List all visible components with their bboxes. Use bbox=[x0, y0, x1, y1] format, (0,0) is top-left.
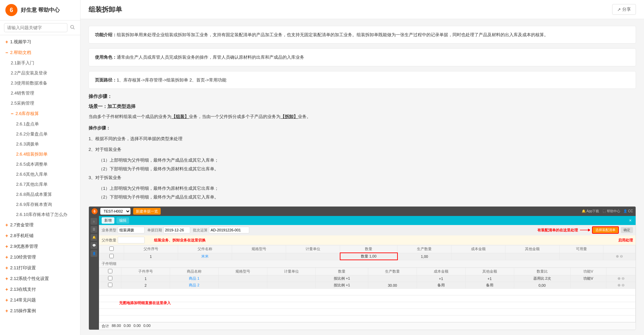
sidebar-item-faq[interactable]: + 2.14常见问题 bbox=[0, 295, 80, 305]
sidebar-item-data-prep[interactable]: 2.3使用前数据准备 bbox=[0, 78, 80, 88]
mock-qty-label: 父件数量 bbox=[102, 238, 116, 243]
mock-th2-checkbox[interactable] bbox=[108, 269, 112, 273]
mock-td-check bbox=[99, 253, 124, 260]
sidebar-item-cost-adj[interactable]: 2.6.5成本调整单 bbox=[0, 159, 80, 169]
mock-type-input[interactable] bbox=[118, 227, 145, 233]
sidebar-item-coupon[interactable]: + 2.9优惠券管理 bbox=[0, 241, 80, 252]
mock-select-bom-btn[interactable]: 选择装配清单 bbox=[592, 226, 619, 234]
mock-th2-prod: 生产数量 bbox=[368, 268, 417, 275]
mock-batch-input[interactable] bbox=[209, 227, 249, 233]
mock-th2-func: 功能V bbox=[570, 268, 606, 275]
search-button[interactable] bbox=[69, 23, 76, 32]
sidebar-item-print[interactable]: + 2.11打印设置 bbox=[0, 263, 80, 273]
mock-td2-check bbox=[99, 275, 121, 282]
expand-icon: + bbox=[5, 265, 8, 271]
sidebar-item-assembly[interactable]: 2.6.4组装拆卸单 bbox=[0, 149, 80, 159]
sidebar-item-cases[interactable]: + 2.15操作案例 bbox=[0, 305, 80, 316]
sidebar-item-settings[interactable]: + 2.12系统个性化设置 bbox=[0, 273, 80, 284]
mock-type-label: 业务类型 bbox=[102, 228, 116, 233]
mock-tab-new[interactable]: 新增 bbox=[102, 217, 114, 224]
sidebar-item-beginner[interactable]: 2.1新手入门 bbox=[0, 58, 80, 68]
sidebar-item-label: 2.6库存核算 bbox=[15, 111, 39, 117]
sidebar-item-cost-recalc[interactable]: 2.6.8商品成本重算 bbox=[0, 189, 80, 200]
mock-screenshot: 6 TEST-H002 新建单据一览 🔔 App下载 🎧 帮助中心 👤 CC ⌂… bbox=[89, 207, 636, 330]
mock-qty-input[interactable] bbox=[118, 237, 145, 243]
mock-th2-seq: 子件序号 bbox=[121, 268, 170, 275]
table-row: 1 商品 1 按比例 +1 +1 +1 器用比 2次 bbox=[99, 275, 636, 282]
mock-new-btn[interactable]: 新建单据一览 bbox=[133, 208, 161, 215]
mock-row-check[interactable] bbox=[109, 254, 114, 258]
expand-icon: + bbox=[5, 308, 8, 314]
mock-th2-name: 商品名称 bbox=[170, 268, 218, 275]
mock-tab-edit[interactable]: 编辑 bbox=[116, 217, 129, 224]
mock-batch-label: 批次运算 bbox=[193, 228, 208, 233]
mock-td2-unit bbox=[267, 275, 316, 282]
function-intro-label: 功能介绍： bbox=[95, 32, 117, 37]
mock-td2-name2: 商品 2 bbox=[170, 282, 218, 289]
sidebar-item-inventory-ledger[interactable]: 2.6.9库存账本查询 bbox=[0, 200, 80, 210]
mock-td2-checkbox2[interactable] bbox=[108, 283, 112, 287]
mock-th-spec: 规格型号 bbox=[232, 245, 286, 253]
sidebar-item-transfer[interactable]: 2.6.3调拨单 bbox=[0, 139, 80, 149]
sidebar-item-install[interactable]: 2.2产品安装及登录 bbox=[0, 68, 80, 78]
mock-empty-row7 bbox=[99, 316, 636, 322]
sidebar-item-label: 2.7资金管理 bbox=[10, 222, 34, 228]
sidebar-item-label: 2.帮助文档 bbox=[10, 50, 31, 56]
sidebar-item-stocktake[interactable]: 2.6.1盘点单 bbox=[0, 119, 80, 129]
expand-icon: + bbox=[5, 233, 8, 238]
sidebar-item-ledger-fix[interactable]: 2.6.10库存账本错了怎么办 bbox=[0, 210, 80, 220]
sidebar-item-video[interactable]: + 1.视频学习 bbox=[0, 37, 80, 47]
mock-th-unit: 计量单位 bbox=[286, 245, 340, 253]
mock-date-input[interactable] bbox=[163, 227, 190, 233]
mock-th2-qty: 数量 bbox=[316, 268, 368, 275]
mock-field-batch: 批次运算 bbox=[193, 227, 249, 233]
sidebar-item-purchase[interactable]: 2.5采购管理 bbox=[0, 98, 80, 108]
mock-confirm-btn[interactable]: 确定 bbox=[621, 227, 633, 233]
mock-empty-row3 bbox=[99, 289, 636, 295]
sidebar-item-label: 2.8手机旺铺 bbox=[10, 233, 34, 239]
expand-icon: + bbox=[5, 255, 8, 260]
mock-logo: 6 bbox=[92, 208, 98, 214]
sidebar-item-label: 2.11打印设置 bbox=[10, 265, 36, 271]
sidebar-item-ops-mgmt[interactable]: + 2.10经营管理 bbox=[0, 252, 80, 263]
mock-td2-checkbox[interactable] bbox=[108, 276, 112, 280]
mock-th-check[interactable] bbox=[109, 246, 114, 251]
main-content: 组装拆卸单 ↗ 分享 功能介绍：组装拆卸单用来处理企业组装或拆卸等加工业务，支持… bbox=[80, 0, 644, 335]
mock-close-icon: ✕ bbox=[629, 219, 632, 222]
sidebar-item-payment[interactable]: + 2.13在线支付 bbox=[0, 284, 80, 295]
mock-td2-func2 bbox=[570, 282, 606, 289]
sidebar-item-label: 2.13在线支付 bbox=[10, 286, 36, 292]
app-title: 好生意 帮助中心 bbox=[21, 7, 60, 14]
sidebar-item-mobile[interactable]: + 2.8手机旺铺 bbox=[0, 230, 80, 241]
mock-td2-act: ⊕ ⊖ bbox=[606, 275, 636, 282]
step3-sub1: （1）上部明细为父件明细，最终作为原材料生成其它出库单； bbox=[99, 184, 636, 193]
search-box bbox=[0, 20, 80, 35]
function-intro-text: 组装拆卸单用来处理企业组装或拆卸等加工业务，支持有固定装配清单的产品加工业务，也… bbox=[117, 32, 548, 37]
mock-td2-spec2 bbox=[218, 282, 267, 289]
mock-empty-row4 bbox=[99, 295, 636, 302]
annotation-text-4: 无图地添加明细直接在这里录入 bbox=[119, 300, 171, 305]
step2-sub2: （2）下部明细为子件明细，最终作为原材料生成其它出库单。 bbox=[99, 165, 636, 173]
sidebar-item-inventory[interactable]: − 2.6库存核算 bbox=[0, 108, 80, 119]
sidebar-item-finance[interactable]: + 2.7资金管理 bbox=[0, 220, 80, 230]
mock-td2-other: +1 bbox=[465, 275, 514, 282]
search-input[interactable] bbox=[4, 23, 67, 32]
sidebar-item-batch-stock[interactable]: 2.6.2分量盘点单 bbox=[0, 129, 80, 139]
sidebar-item-outbound[interactable]: 2.6.7其他出库单 bbox=[0, 179, 80, 189]
sidebar-item-sales[interactable]: 2.4销售管理 bbox=[0, 88, 80, 98]
mock-th-cost: 成本金额 bbox=[451, 245, 505, 253]
mock-td2-prod2: 30.00 bbox=[368, 282, 417, 289]
mock-th-parent-name: 父件名称 bbox=[178, 245, 232, 253]
mock-td2-ratio: 器用比 2次 bbox=[514, 275, 570, 282]
assembly-label: 【组装】 bbox=[171, 114, 189, 119]
mock-company-select[interactable]: TEST-H002 bbox=[100, 208, 130, 215]
step2: 2、对于组装业务 bbox=[89, 145, 636, 154]
mock-sidebar: ⌂ ☰ 🔔 💬 👤 bbox=[89, 216, 99, 330]
sidebar-item-inbound[interactable]: 2.6.6其他入库单 bbox=[0, 169, 80, 179]
sidebar-item-docs[interactable]: − 2.帮助文档 bbox=[0, 47, 80, 58]
mock-th-checkbox bbox=[99, 245, 124, 253]
mock-sidebar-icon-list: ☰ bbox=[91, 226, 97, 233]
sidebar: 6 好生意 帮助中心 + 1.视频学习 − 2.帮助文档 2.1新手入门 2.2… bbox=[0, 0, 80, 335]
share-button[interactable]: ↗ 分享 bbox=[612, 4, 636, 15]
expand-icon: + bbox=[5, 244, 8, 249]
